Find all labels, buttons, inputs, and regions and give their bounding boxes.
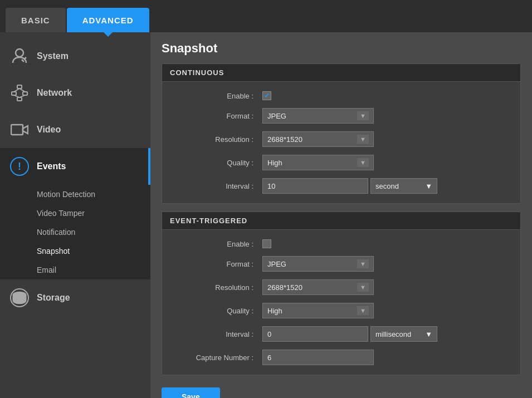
event-capture-label: Capture Number : <box>173 353 262 362</box>
event-interval-unit-value: millisecond <box>375 330 411 338</box>
svg-rect-6 <box>17 97 22 101</box>
sidebar-item-network[interactable]: Network <box>0 75 150 111</box>
content-area: Snapshot CONTINUOUS Enable : Format : <box>150 32 532 398</box>
svg-line-9 <box>14 95 19 97</box>
event-triggered-header: EVENT-TRIGGERED <box>162 212 520 230</box>
continuous-resolution-select[interactable]: 2688*1520 ▼ <box>262 131 374 147</box>
svg-rect-5 <box>23 92 27 95</box>
sidebar-video-label: Video <box>37 125 61 135</box>
event-resolution-row: Resolution : 2688*1520 ▼ <box>162 276 520 299</box>
sidebar-item-notification[interactable]: Notification <box>0 223 150 242</box>
page-title: Snapshot <box>162 41 521 56</box>
sidebar-item-system[interactable]: System <box>0 38 150 75</box>
video-icon <box>9 119 30 140</box>
event-enable-row: Enable : <box>162 235 520 252</box>
continuous-interval-unit-arrow: ▼ <box>425 182 432 190</box>
event-triggered-section: EVENT-TRIGGERED Enable : Format : JPEG <box>162 212 521 375</box>
svg-point-0 <box>16 49 23 57</box>
system-icon <box>9 46 30 67</box>
event-quality-value: High <box>267 307 282 315</box>
sidebar-item-events[interactable]: ! Events <box>0 148 150 185</box>
continuous-interval-unit-select[interactable]: second ▼ <box>370 178 437 194</box>
network-icon <box>9 82 30 104</box>
sidebar-network-label: Network <box>37 88 72 98</box>
continuous-interval-unit-value: second <box>375 182 399 190</box>
event-quality-control: High ▼ <box>262 303 509 318</box>
continuous-resolution-control: 2688*1520 ▼ <box>262 131 509 147</box>
storage-icon <box>9 287 30 308</box>
event-interval-label: Interval : <box>173 330 262 338</box>
continuous-format-arrow: ▼ <box>357 111 369 120</box>
event-enable-control <box>262 239 509 248</box>
continuous-body: Enable : Format : JPEG ▼ <box>162 82 520 203</box>
continuous-quality-value: High <box>267 159 282 167</box>
sidebar-item-snapshot[interactable]: Snapshot <box>0 242 150 261</box>
event-interval-unit-select[interactable]: millisecond ▼ <box>370 326 437 342</box>
continuous-quality-label: Quality : <box>173 159 262 167</box>
event-format-control: JPEG ▼ <box>262 256 509 272</box>
svg-rect-3 <box>17 85 22 89</box>
continuous-interval-label: Interval : <box>173 182 262 190</box>
svg-line-7 <box>14 89 19 92</box>
event-interval-row: Interval : millisecond ▼ <box>162 322 520 346</box>
continuous-format-label: Format : <box>173 112 262 120</box>
sidebar-item-storage[interactable]: Storage <box>0 279 150 316</box>
continuous-enable-label: Enable : <box>173 92 262 100</box>
event-resolution-label: Resolution : <box>173 283 262 292</box>
sidebar-item-video[interactable]: Video <box>0 111 150 148</box>
tab-advanced[interactable]: ADVANCED <box>67 8 149 32</box>
event-interval-unit-arrow: ▼ <box>425 330 432 338</box>
event-resolution-control: 2688*1520 ▼ <box>262 279 509 295</box>
sidebar-storage-label: Storage <box>37 293 70 303</box>
svg-line-1 <box>22 60 24 62</box>
continuous-interval-row: Interval : second ▼ <box>162 174 520 198</box>
event-quality-label: Quality : <box>173 307 262 315</box>
event-resolution-value: 2688*1520 <box>267 283 302 292</box>
event-resolution-arrow: ▼ <box>357 283 369 292</box>
events-icon: ! <box>9 156 30 177</box>
svg-rect-11 <box>11 125 23 135</box>
sidebar-events-label: Events <box>37 161 66 171</box>
continuous-interval-input[interactable] <box>262 178 368 194</box>
continuous-quality-select[interactable]: High ▼ <box>262 155 374 170</box>
continuous-interval-control: second ▼ <box>262 178 509 194</box>
svg-rect-4 <box>12 92 16 95</box>
continuous-header: CONTINUOUS <box>162 64 520 82</box>
event-enable-checkbox[interactable] <box>262 239 271 248</box>
continuous-resolution-value: 2688*1520 <box>267 135 302 144</box>
svg-line-8 <box>19 89 25 92</box>
sidebar: System Network <box>0 32 150 398</box>
event-interval-control: millisecond ▼ <box>262 326 509 342</box>
continuous-format-control: JPEG ▼ <box>262 108 509 124</box>
event-capture-row: Capture Number : <box>162 346 520 369</box>
event-resolution-select[interactable]: 2688*1520 ▼ <box>262 279 374 295</box>
continuous-resolution-arrow: ▼ <box>357 135 369 144</box>
event-interval-input[interactable] <box>262 326 368 342</box>
tab-basic[interactable]: BASIC <box>6 8 66 32</box>
sidebar-item-motion-detection[interactable]: Motion Detection <box>0 185 150 204</box>
event-format-row: Format : JPEG ▼ <box>162 252 520 276</box>
svg-line-2 <box>24 57 26 60</box>
continuous-enable-row: Enable : <box>162 87 520 104</box>
event-format-select[interactable]: JPEG ▼ <box>262 256 374 272</box>
event-triggered-body: Enable : Format : JPEG ▼ <box>162 230 520 375</box>
continuous-enable-checkbox[interactable] <box>262 91 271 100</box>
main-layout: System Network <box>0 32 532 398</box>
sidebar-item-email[interactable]: Email <box>0 261 150 279</box>
event-capture-input[interactable] <box>262 350 374 365</box>
continuous-resolution-label: Resolution : <box>173 135 262 144</box>
event-capture-control <box>262 350 509 365</box>
svg-line-10 <box>19 95 25 97</box>
event-format-label: Format : <box>173 260 262 268</box>
continuous-quality-row: Quality : High ▼ <box>162 151 520 174</box>
sidebar-item-video-tamper[interactable]: Video Tamper <box>0 204 150 223</box>
event-format-value: JPEG <box>267 260 286 268</box>
continuous-format-select[interactable]: JPEG ▼ <box>262 108 374 124</box>
continuous-enable-control <box>262 91 509 100</box>
event-enable-label: Enable : <box>173 240 262 248</box>
event-format-arrow: ▼ <box>357 259 369 268</box>
continuous-resolution-row: Resolution : 2688*1520 ▼ <box>162 127 520 151</box>
save-button[interactable]: Save <box>162 387 220 398</box>
continuous-quality-arrow: ▼ <box>357 158 369 167</box>
event-quality-select[interactable]: High ▼ <box>262 303 374 318</box>
